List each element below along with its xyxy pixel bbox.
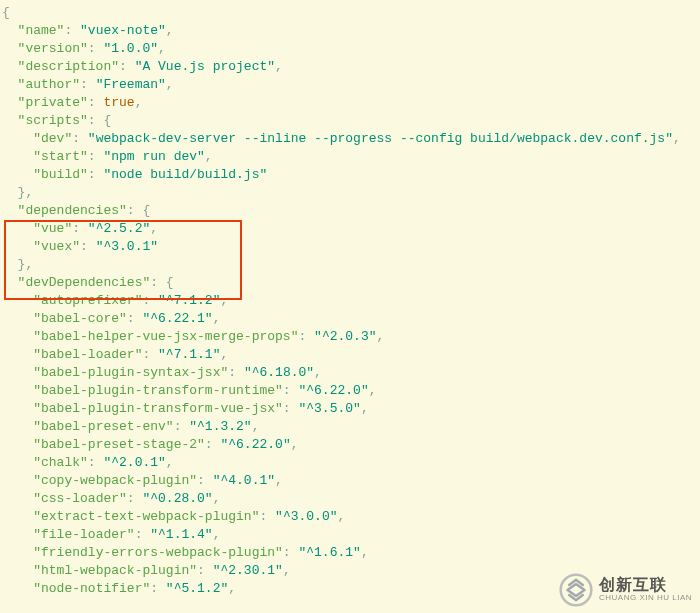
json-string: "Freeman" (96, 77, 166, 92)
json-string: "1.0.0" (103, 41, 158, 56)
json-key: "vuex" (33, 239, 80, 254)
json-key: "dev" (33, 131, 72, 146)
json-string: "vuex-note" (80, 23, 166, 38)
code-line: "babel-plugin-syntax-jsx": "^6.18.0", (2, 364, 698, 382)
json-string: "node build/build.js" (103, 167, 267, 182)
json-key: "friendly-errors-webpack-plugin" (33, 545, 283, 560)
code-line: "chalk": "^2.0.1", (2, 454, 698, 472)
json-string: "npm run dev" (103, 149, 204, 164)
code-line: "babel-preset-env": "^1.3.2", (2, 418, 698, 436)
json-string: "^1.6.1" (298, 545, 360, 560)
json-key: "babel-preset-stage-2" (33, 437, 205, 452)
code-line: "dev": "webpack-dev-server --inline --pr… (2, 130, 698, 148)
json-key: "css-loader" (33, 491, 127, 506)
json-key: "babel-helper-vue-jsx-merge-props" (33, 329, 298, 344)
json-key: "author" (18, 77, 80, 92)
json-string: "^7.1.1" (158, 347, 220, 362)
code-line: "dependencies": { (2, 202, 698, 220)
json-string: "^3.0.0" (275, 509, 337, 524)
code-line: "autoprefixer": "^7.1.2", (2, 292, 698, 310)
code-line: "babel-plugin-transform-vue-jsx": "^3.5.… (2, 400, 698, 418)
json-string: "^2.5.2" (88, 221, 150, 236)
json-string: "^1.1.4" (150, 527, 212, 542)
json-string: "^5.1.2" (166, 581, 228, 596)
json-key: "vue" (33, 221, 72, 236)
code-line: "babel-loader": "^7.1.1", (2, 346, 698, 364)
code-line: { (2, 4, 698, 22)
code-line: }, (2, 256, 698, 274)
json-key: "chalk" (33, 455, 88, 470)
json-string: "^2.30.1" (213, 563, 283, 578)
code-line: "start": "npm run dev", (2, 148, 698, 166)
code-line: "description": "A Vue.js project", (2, 58, 698, 76)
json-key: "private" (18, 95, 88, 110)
json-string: "^2.0.1" (103, 455, 165, 470)
json-key: "autoprefixer" (33, 293, 142, 308)
json-key: "description" (18, 59, 119, 74)
json-string: "^3.0.1" (96, 239, 158, 254)
code-line: "node-notifier": "^5.1.2", (2, 580, 698, 598)
code-line: "file-loader": "^1.1.4", (2, 526, 698, 544)
json-code-block: { "name": "vuex-note", "version": "1.0.0… (0, 0, 700, 602)
code-line: "vue": "^2.5.2", (2, 220, 698, 238)
code-line: "copy-webpack-plugin": "^4.0.1", (2, 472, 698, 490)
code-line: "babel-core": "^6.22.1", (2, 310, 698, 328)
json-key: "name" (18, 23, 65, 38)
code-line: "devDependencies": { (2, 274, 698, 292)
json-key: "version" (18, 41, 88, 56)
code-line: "scripts": { (2, 112, 698, 130)
json-key: "extract-text-webpack-plugin" (33, 509, 259, 524)
code-line: }, (2, 184, 698, 202)
code-line: "friendly-errors-webpack-plugin": "^1.6.… (2, 544, 698, 562)
json-key: "node-notifier" (33, 581, 150, 596)
code-line: "name": "vuex-note", (2, 22, 698, 40)
code-line: "extract-text-webpack-plugin": "^3.0.0", (2, 508, 698, 526)
json-key: "dependencies" (18, 203, 127, 218)
json-string: "^7.1.2" (158, 293, 220, 308)
json-key: "babel-plugin-transform-runtime" (33, 383, 283, 398)
json-key: "start" (33, 149, 88, 164)
json-string: "^2.0.3" (314, 329, 376, 344)
json-string: "^6.22.0" (298, 383, 368, 398)
json-key: "scripts" (18, 113, 88, 128)
json-key: "html-webpack-plugin" (33, 563, 197, 578)
json-string: "^1.3.2" (189, 419, 251, 434)
json-key: "babel-plugin-transform-vue-jsx" (33, 401, 283, 416)
code-line: "html-webpack-plugin": "^2.30.1", (2, 562, 698, 580)
code-line: "babel-plugin-transform-runtime": "^6.22… (2, 382, 698, 400)
json-string: "^4.0.1" (213, 473, 275, 488)
json-key: "copy-webpack-plugin" (33, 473, 197, 488)
code-line: "css-loader": "^0.28.0", (2, 490, 698, 508)
json-key: "babel-core" (33, 311, 127, 326)
json-string: "^0.28.0" (142, 491, 212, 506)
json-key: "babel-plugin-syntax-jsx" (33, 365, 228, 380)
code-line: "babel-preset-stage-2": "^6.22.0", (2, 436, 698, 454)
json-key: "file-loader" (33, 527, 134, 542)
json-string: "webpack-dev-server --inline --progress … (88, 131, 673, 146)
code-line: "vuex": "^3.0.1" (2, 238, 698, 256)
code-line: "private": true, (2, 94, 698, 112)
code-line: "babel-helper-vue-jsx-merge-props": "^2.… (2, 328, 698, 346)
code-line: "version": "1.0.0", (2, 40, 698, 58)
json-string: "A Vue.js project" (135, 59, 275, 74)
json-string: "^3.5.0" (298, 401, 360, 416)
json-key: "devDependencies" (18, 275, 151, 290)
code-line: "build": "node build/build.js" (2, 166, 698, 184)
json-string: "^6.22.1" (142, 311, 212, 326)
json-bool: true (103, 95, 134, 110)
code-line: "author": "Freeman", (2, 76, 698, 94)
json-key: "babel-loader" (33, 347, 142, 362)
json-key: "build" (33, 167, 88, 182)
json-string: "^6.22.0" (220, 437, 290, 452)
json-key: "babel-preset-env" (33, 419, 173, 434)
json-string: "^6.18.0" (244, 365, 314, 380)
